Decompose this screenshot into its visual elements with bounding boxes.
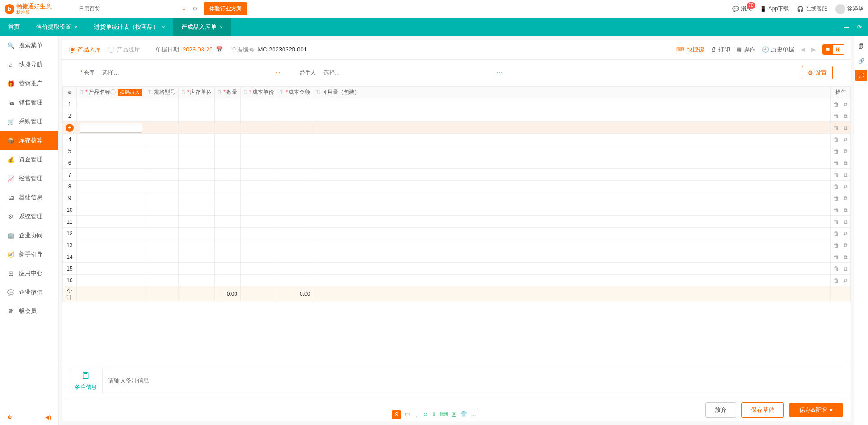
table-row[interactable]: +🗑⧉ [63, 122, 851, 134]
delete-row-icon[interactable]: 🗑 [834, 277, 839, 284]
tab-0[interactable]: 首页 [0, 18, 28, 36]
warehouse-picker-icon[interactable]: ⋯ [275, 70, 282, 76]
warehouse-input[interactable] [99, 67, 271, 78]
tab-close-icon[interactable]: × [219, 23, 223, 31]
next-icon[interactable]: ▶ [811, 46, 816, 53]
table-row[interactable]: 15🗑⧉ [63, 263, 851, 275]
copy-row-icon[interactable]: ⧉ [844, 242, 848, 248]
table-row[interactable]: 8🗑⧉ [63, 181, 851, 192]
discard-button[interactable]: 放弃 [705, 402, 736, 418]
doc-date-value[interactable]: 2023-03-20 [183, 46, 213, 53]
industry-cta-button[interactable]: 体验行业方案 [204, 2, 247, 15]
scan-button[interactable]: 扫码录入 [118, 89, 142, 96]
delete-row-icon[interactable]: 🗑 [834, 266, 839, 272]
add-row-icon[interactable]: + [66, 124, 74, 132]
sidebar-item-13[interactable]: 💬企业微信 [0, 283, 58, 302]
sidebar-item-0[interactable]: 🔍搜索菜单 [0, 36, 58, 55]
tab-refresh-icon[interactable]: ⟳ [854, 21, 865, 33]
sidebar-collapse-icon[interactable]: ◀) [45, 414, 51, 420]
delete-row-icon[interactable]: 🗑 [834, 219, 839, 225]
view-detail-icon[interactable]: ⊞ [833, 45, 844, 54]
settings-button[interactable]: ⚙设置 [802, 66, 833, 79]
delete-row-icon[interactable]: 🗑 [834, 148, 839, 154]
copy-row-icon[interactable]: ⧉ [844, 254, 848, 260]
copy-row-icon[interactable]: ⧉ [844, 230, 848, 237]
rail-link-icon[interactable]: 🔗 [855, 55, 867, 67]
tab-1[interactable]: 售价提取设置× [28, 18, 86, 36]
copy-row-icon[interactable]: ⧉ [844, 125, 848, 131]
sidebar-item-10[interactable]: 🏢企业协同 [0, 226, 58, 245]
messages-button[interactable]: 💬 消息 70 [732, 5, 752, 13]
tab-3[interactable]: 产成品入库单× [173, 18, 231, 36]
sidebar-item-12[interactable]: ⊞应用中心 [0, 264, 58, 283]
delete-row-icon[interactable]: 🗑 [834, 172, 839, 178]
delete-row-icon[interactable]: 🗑 [834, 254, 839, 260]
copy-row-icon[interactable]: ⧉ [844, 207, 848, 213]
delete-row-icon[interactable]: 🗑 [834, 136, 839, 143]
delete-row-icon[interactable]: 🗑 [834, 101, 839, 107]
table-row[interactable]: 12🗑⧉ [63, 228, 851, 239]
ime-item[interactable]: ⬇ [432, 411, 436, 419]
sidebar-item-2[interactable]: 🎁营销推广 [0, 74, 58, 93]
copy-row-icon[interactable]: ⧉ [844, 101, 848, 107]
ime-item[interactable]: … [471, 411, 476, 419]
prev-icon[interactable]: ◀ [801, 46, 805, 53]
sidebar-item-4[interactable]: 🛒采购管理 [0, 112, 58, 131]
tab-close-icon[interactable]: × [74, 23, 78, 31]
save-draft-button[interactable]: 保存草稿 [741, 402, 784, 418]
delete-row-icon[interactable]: 🗑 [834, 242, 839, 248]
delete-row-icon[interactable]: 🗑 [834, 230, 839, 237]
copy-row-icon[interactable]: ⧉ [844, 266, 848, 272]
table-row[interactable]: 5🗑⧉ [63, 145, 851, 157]
print-button[interactable]: 🖨打印 [711, 46, 730, 54]
history-button[interactable]: 🕘历史单据 [762, 46, 794, 54]
table-row[interactable]: 4🗑⧉ [63, 134, 851, 145]
remark-input[interactable] [103, 368, 844, 393]
operate-button[interactable]: ▦操作 [736, 46, 755, 54]
category-select[interactable]: 日用百货 ⌄ [79, 5, 186, 13]
sidebar-item-11[interactable]: 🧭新手引导 [0, 245, 58, 264]
view-list-icon[interactable]: ≡ [823, 45, 833, 54]
delete-row-icon[interactable]: 🗑 [834, 195, 839, 201]
ime-item[interactable]: 图 [451, 411, 457, 419]
table-row[interactable]: 1🗑⧉ [63, 98, 851, 110]
delete-row-icon[interactable]: 🗑 [834, 113, 839, 119]
sidebar-item-14[interactable]: ♛畅会员 [0, 302, 58, 321]
table-row[interactable]: 11🗑⧉ [63, 216, 851, 228]
copy-row-icon[interactable]: ⧉ [844, 160, 848, 166]
copy-row-icon[interactable]: ⧉ [844, 113, 848, 119]
delete-row-icon[interactable]: 🗑 [834, 125, 839, 131]
copy-row-icon[interactable]: ⧉ [844, 148, 848, 154]
table-row[interactable]: 7🗑⧉ [63, 169, 851, 181]
table-row[interactable]: 14🗑⧉ [63, 251, 851, 263]
table-row[interactable]: 16🗑⧉ [63, 275, 851, 286]
sidebar-item-6[interactable]: 💰资金管理 [0, 150, 58, 169]
tab-close-icon[interactable]: × [161, 23, 165, 31]
app-download-button[interactable]: 📱App下载 [760, 5, 789, 13]
tab-2[interactable]: 进货单统计表（按商品）× [86, 18, 173, 36]
rail-expand-icon[interactable]: ⛶ [855, 70, 867, 81]
sidebar-item-3[interactable]: 🛍销售管理 [0, 93, 58, 112]
product-name-input[interactable] [80, 123, 142, 133]
handler-input[interactable] [321, 67, 492, 78]
table-row[interactable]: 9🗑⧉ [63, 192, 851, 204]
category-gear-icon[interactable]: ⚙ [193, 6, 198, 12]
table-row[interactable]: 10🗑⧉ [63, 204, 851, 216]
online-service-button[interactable]: 🎧在线客服 [797, 5, 827, 13]
sidebar-gear-icon[interactable]: ⚙ [7, 414, 12, 420]
delete-row-icon[interactable]: 🗑 [834, 207, 839, 213]
radio-product-in[interactable]: 产品入库 [69, 46, 101, 54]
table-wrap[interactable]: ⚙ ⇅*产品名称ⓘ扫码录入 ⇅规格型号 ⇅*库存单位 ⇅*数量 ⇅*成本单价 ⇅… [62, 86, 851, 363]
rail-note-icon[interactable]: 🗐 [855, 41, 867, 52]
copy-row-icon[interactable]: ⧉ [844, 136, 848, 143]
sidebar-item-1[interactable]: ⌂快捷导航 [0, 55, 58, 74]
copy-row-icon[interactable]: ⧉ [844, 277, 848, 284]
help-icon[interactable]: ⓘ [110, 89, 116, 95]
user-menu[interactable]: 徐泽华 [835, 4, 863, 14]
table-row[interactable]: 2🗑⧉ [63, 110, 851, 122]
calendar-icon[interactable]: 📅 [216, 46, 223, 53]
delete-row-icon[interactable]: 🗑 [834, 160, 839, 166]
copy-row-icon[interactable]: ⧉ [844, 183, 848, 190]
delete-row-icon[interactable]: 🗑 [834, 183, 839, 190]
sidebar-item-9[interactable]: ⚙系统管理 [0, 207, 58, 226]
